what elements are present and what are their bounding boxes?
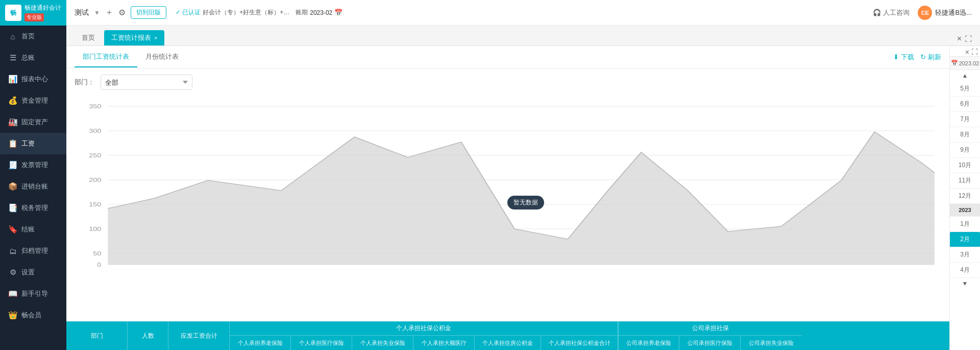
th-personal-pension: 个人承担养老保险 — [230, 336, 291, 350]
tab-label: 工资统计报表 — [111, 33, 151, 42]
sidebar-item-newguide[interactable]: 📖 新手引导 — [0, 283, 66, 305]
sales-icon: 📦 — [8, 182, 17, 191]
date-month-2023-3[interactable]: 3月 — [950, 247, 980, 263]
switch-to-old-btn[interactable]: 切到旧版 — [131, 6, 166, 19]
date-month-2023-4[interactable]: 4月 — [950, 263, 980, 278]
date-month-2023-1[interactable]: 1月 — [950, 217, 980, 232]
sidebar-nav: ⌂ 首页 ☰ 总账 📊 报表中心 💰 资金管理 🏭 固定资产 📋 工资 🧾 发票… — [0, 26, 66, 350]
th-company-unemployment: 公司承担失业保险 — [741, 336, 802, 350]
date-month-2022-12[interactable]: 12月 — [950, 189, 980, 204]
content-area: 部门工资统计表 月份统计表 ⬇ 下载 ↻ 刷新 部门： 全部 — [66, 46, 980, 350]
sidebar-item-sales[interactable]: 📦 进销台账 — [0, 176, 66, 197]
filter-row: 部门： 全部 行政部 财务部 销售部 技术部 — [66, 68, 949, 96]
sidebar-item-payroll[interactable]: 📋 工资 — [0, 133, 66, 154]
invoices-icon: 🧾 — [8, 160, 17, 170]
sidebar-item-label: 固定资产 — [21, 118, 48, 127]
sidebar-item-reports[interactable]: 📊 报表中心 — [0, 68, 66, 90]
subtabs: 部门工资统计表 月份统计表 ⬇ 下载 ↻ 刷新 — [66, 46, 949, 68]
refresh-btn[interactable]: ↻ 刷新 — [920, 53, 941, 62]
sidebar-item-funds[interactable]: 💰 资金管理 — [0, 90, 66, 111]
settings-button[interactable]: ⚙ — [118, 8, 126, 17]
user-avatar: CE — [918, 6, 932, 20]
panel-close-icon[interactable]: × — [957, 34, 962, 43]
sidebar-item-label: 总账 — [21, 53, 35, 62]
date-month-2022-6[interactable]: 6月 — [950, 97, 980, 112]
svg-text:150: 150 — [89, 201, 101, 208]
settings-icon: ⚙ — [8, 268, 17, 277]
th-personal-medical: 个人承担医疗保险 — [291, 336, 352, 350]
add-button[interactable]: ＋ — [105, 7, 113, 18]
calendar-icon[interactable]: 📅 — [334, 9, 342, 16]
checkout-icon: 🔖 — [8, 225, 17, 234]
th-personal-housing: 个人承担住房公积金 — [475, 336, 541, 350]
reports-icon: 📊 — [8, 75, 17, 84]
home-icon: ⌂ — [8, 32, 17, 41]
subtab-monthly[interactable]: 月份统计表 — [137, 47, 187, 67]
th-total-salary: 应发工资合计 — [168, 321, 230, 350]
tab-close-icon[interactable]: × — [154, 35, 157, 41]
date-month-2022-7[interactable]: 7月 — [950, 112, 980, 127]
svg-text:50: 50 — [93, 250, 101, 257]
sidebar-item-checkout[interactable]: 🔖 结账 — [0, 219, 66, 240]
dropdown-arrow[interactable]: ▼ — [94, 9, 100, 16]
help-btn[interactable]: 🎧 人工咨询 — [873, 8, 910, 17]
th-company-medical: 公司承担医疗保险 — [679, 336, 741, 350]
date-month-2022-10[interactable]: 10月 — [950, 158, 980, 173]
svg-text:0: 0 — [97, 262, 101, 268]
date-panel-header: 📅 2023.02 — [950, 57, 980, 70]
period-value: 2023-02 — [310, 9, 332, 16]
download-icon: ⬇ — [893, 53, 899, 61]
refresh-icon: ↻ — [920, 53, 926, 61]
sidebar-item-label: 设置 — [21, 268, 35, 277]
sidebar-item-ledger[interactable]: ☰ 总账 — [0, 47, 66, 68]
download-label: 下载 — [901, 53, 914, 62]
date-month-2022-8[interactable]: 8月 — [950, 127, 980, 143]
th-personal-bigmedical: 个人承担大额医疗 — [413, 336, 475, 350]
download-btn[interactable]: ⬇ 下载 — [893, 53, 914, 62]
sidebar-item-settings[interactable]: ⚙ 设置 — [0, 262, 66, 283]
date-month-2023-2[interactable]: 2月 — [950, 232, 980, 247]
date-nav-down[interactable]: ▼ — [950, 278, 980, 289]
headphone-icon: 🎧 — [873, 9, 881, 16]
period-label: 账期 — [296, 8, 308, 17]
svg-text:300: 300 — [89, 128, 101, 134]
date-nav-up[interactable]: ▲ — [950, 70, 980, 81]
sidebar-item-vip[interactable]: 👑 畅会员 — [0, 305, 66, 326]
sidebar-item-label: 发票管理 — [21, 160, 48, 170]
help-label: 人工咨询 — [883, 8, 910, 17]
sidebar-item-label: 新手引导 — [21, 289, 48, 298]
panel-expand-icon[interactable]: ⛶ — [965, 35, 972, 43]
sidebar-item-label: 畅会员 — [21, 311, 41, 320]
th-dept: 部门 — [66, 321, 128, 350]
date-month-2022-9[interactable]: 9月 — [950, 143, 980, 158]
sidebar-item-label: 资金管理 — [21, 96, 48, 105]
date-month-2022-11[interactable]: 11月 — [950, 173, 980, 189]
logo-icon: 畅 — [5, 5, 21, 21]
date-month-2022-5[interactable]: 5月 — [950, 81, 980, 97]
chart-area: 350 300 250 200 150 100 50 0 暂无数据 — [66, 96, 949, 321]
calendar-icon-small: 📅 — [951, 60, 958, 66]
subtab-actions: ⬇ 下载 ↻ 刷新 — [893, 53, 941, 62]
th-personal-unemployment: 个人承担失业保险 — [352, 336, 413, 350]
sidebar-item-label: 结账 — [21, 225, 35, 234]
logo-badge: 专业版 — [24, 13, 44, 21]
sidebar-item-tax[interactable]: 📑 税务管理 — [0, 197, 66, 219]
sidebar-item-home[interactable]: ⌂ 首页 — [0, 26, 66, 47]
date-panel: × ⛶ 📅 2023.02 ▲ 5月 6月 7月 8月 9月 10月 11月 1… — [949, 46, 980, 350]
tab-payroll-stats[interactable]: 工资统计报表 × — [104, 30, 164, 45]
sidebar-item-archive[interactable]: 🗂 归档管理 — [0, 240, 66, 262]
date-panel-close-icon[interactable]: × — [965, 48, 969, 56]
th-company-group: 公司承担社保 公司承担养老保险 公司承担医疗保险 公司承担失业保险 — [618, 321, 802, 350]
user-menu[interactable]: CE 轻捷通B迅... — [918, 6, 972, 20]
sidebar-item-assets[interactable]: 🏭 固定资产 — [0, 111, 66, 133]
current-date-display: 2023.02 — [959, 60, 979, 66]
sidebar-item-invoices[interactable]: 🧾 发票管理 — [0, 154, 66, 176]
date-panel-expand-icon[interactable]: ⛶ — [971, 48, 978, 56]
logo-text: 畅捷通好会计 专业版 — [24, 4, 61, 21]
tab-home[interactable]: 首页 — [75, 30, 102, 45]
dept-select[interactable]: 全部 行政部 财务部 销售部 技术部 — [101, 75, 192, 90]
th-personal-group: 个人承担社保公积金 个人承担养老保险 个人承担医疗保险 个人承担失业保险 个人承… — [230, 321, 618, 350]
sidebar-item-label: 报表中心 — [21, 75, 48, 84]
payroll-icon: 📋 — [8, 139, 17, 148]
subtab-dept[interactable]: 部门工资统计表 — [75, 47, 137, 67]
